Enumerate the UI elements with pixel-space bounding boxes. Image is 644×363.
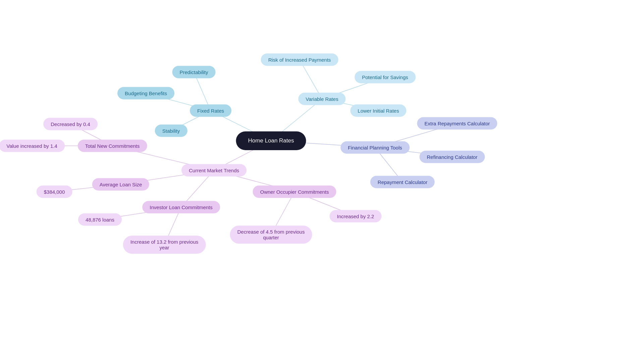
- node-current_market_trends[interactable]: Current Market Trends: [181, 164, 247, 177]
- node-384000[interactable]: $384,000: [37, 186, 72, 198]
- node-lower_initial_rates[interactable]: Lower Initial Rates: [350, 105, 406, 117]
- node-predictability[interactable]: Predictability: [172, 66, 215, 78]
- node-increase_132[interactable]: Increase of 13.2 from previous year: [123, 236, 206, 254]
- node-total_new_commitments[interactable]: Total New Commitments: [78, 140, 147, 152]
- node-center[interactable]: Home Loan Rates: [236, 131, 306, 150]
- node-value_increased_14[interactable]: Value increased by 1.4: [0, 140, 65, 152]
- node-repayment_calc[interactable]: Repayment Calculator: [370, 176, 435, 188]
- mind-map: $384,000Home Loan RatesFixed RatesPredic…: [0, 0, 644, 363]
- node-refinancing_calc[interactable]: Refinancing Calculator: [420, 151, 485, 163]
- node-decrease_45[interactable]: Decrease of 4.5 from previous quarter: [230, 226, 312, 244]
- node-stability[interactable]: Stability: [155, 125, 187, 137]
- node-financial_planning_tools[interactable]: Financial Planning Tools: [340, 141, 410, 154]
- node-extra_repayments_calc[interactable]: Extra Repayments Calculator: [417, 117, 497, 130]
- node-potential_savings[interactable]: Potential for Savings: [355, 71, 416, 83]
- node-variable_rates[interactable]: Variable Rates: [298, 93, 345, 105]
- node-48876_loans[interactable]: 48,876 loans: [78, 214, 122, 226]
- node-fixed_rates[interactable]: Fixed Rates: [190, 105, 231, 117]
- node-budgeting_benefits[interactable]: Budgeting Benefits: [117, 87, 174, 100]
- node-increased_22[interactable]: Increased by 2.2: [330, 210, 382, 223]
- node-decreased_04[interactable]: Decreased by 0.4: [43, 118, 98, 130]
- node-average_loan_size[interactable]: Average Loan Size: [92, 178, 149, 191]
- node-risk_increased_payments[interactable]: Risk of Increased Payments: [261, 54, 338, 66]
- node-owner_occupier[interactable]: Owner Occupier Commitments: [253, 186, 336, 198]
- node-investor_loan_commitments[interactable]: Investor Loan Commitments: [142, 201, 220, 214]
